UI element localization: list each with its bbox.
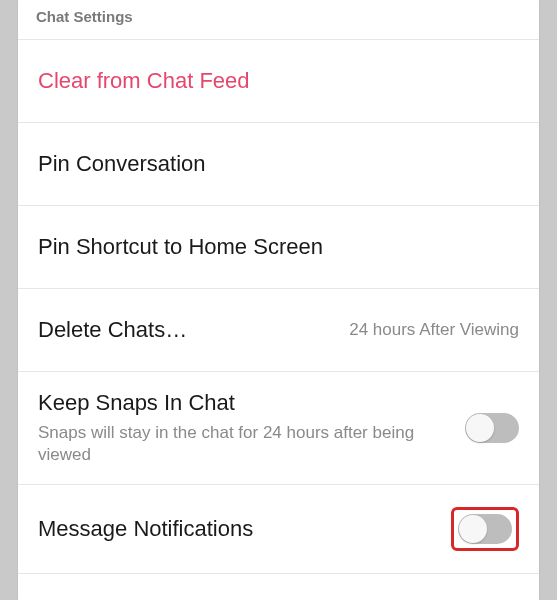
highlight-box — [451, 507, 519, 551]
message-notifications-label: Message Notifications — [38, 516, 253, 542]
delete-chats-label: Delete Chats… — [38, 317, 187, 343]
clear-from-chat-feed-row[interactable]: Clear from Chat Feed — [18, 39, 539, 122]
clear-from-chat-feed-label: Clear from Chat Feed — [38, 68, 250, 94]
toggle-knob-icon — [466, 414, 494, 442]
chat-settings-panel: Chat Settings Clear from Chat Feed Pin C… — [18, 0, 539, 600]
keep-snaps-label: Keep Snaps In Chat — [38, 390, 449, 416]
pin-shortcut-row[interactable]: Pin Shortcut to Home Screen — [18, 205, 539, 288]
toggle-knob-icon — [459, 515, 487, 543]
pin-conversation-row[interactable]: Pin Conversation — [18, 122, 539, 205]
pin-shortcut-label: Pin Shortcut to Home Screen — [38, 234, 323, 260]
delete-chats-value: 24 hours After Viewing — [349, 320, 519, 340]
keep-snaps-toggle[interactable] — [465, 413, 519, 443]
keep-snaps-subtitle: Snaps will stay in the chat for 24 hours… — [38, 422, 449, 466]
keep-snaps-row: Keep Snaps In Chat Snaps will stay in th… — [18, 371, 539, 484]
keep-snaps-text: Keep Snaps In Chat Snaps will stay in th… — [38, 390, 465, 466]
message-notifications-toggle[interactable] — [458, 514, 512, 544]
message-notifications-row: Message Notifications — [18, 484, 539, 574]
delete-chats-row[interactable]: Delete Chats… 24 hours After Viewing — [18, 288, 539, 371]
pin-conversation-label: Pin Conversation — [38, 151, 206, 177]
section-header: Chat Settings — [18, 0, 539, 39]
